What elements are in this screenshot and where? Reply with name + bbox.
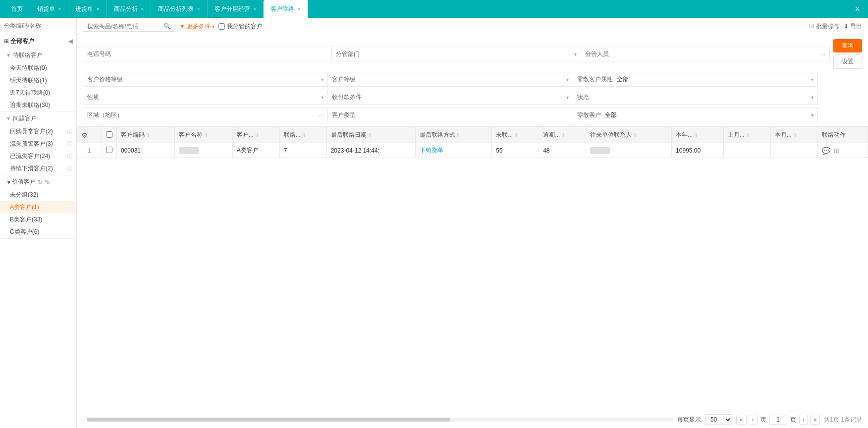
sort-icon-type[interactable]: ⇅ [255,132,259,138]
more-options-icon[interactable]: ··· [319,111,324,118]
last-page-btn[interactable]: » [810,415,820,425]
table-area: ⚙ 客户编码 ⇅ 客户名称 [77,127,868,411]
sort-icon-last-date[interactable]: ⇅ [368,132,372,138]
query-button[interactable]: 查询 [833,39,862,53]
filter-person-select[interactable]: ··· [613,51,825,57]
sort-icon-this-year[interactable]: ⇅ [694,132,698,138]
sort-icon-last-method[interactable]: ⇅ [456,132,460,138]
sort-icon-name[interactable]: ⇅ [204,132,208,138]
nav-tab-sales[interactable]: 销货单 × [30,0,68,18]
nav-tab-customer-contact[interactable]: 客户联络 × [264,0,308,18]
filter-region-select[interactable]: ··· [127,111,324,118]
nav-tab-customer-tier[interactable]: 客户分层经营 × [208,0,264,18]
refresh-icon[interactable]: ↻ [38,179,43,186]
edit-icon[interactable]: ✎ [45,178,51,186]
sidebar-item-tomorrow[interactable]: 明天待联络(1) [0,74,76,87]
th-code: 客户编码 ⇅ [117,127,175,143]
nav-tab-home[interactable]: 首页 [4,0,30,18]
filter-dept-select[interactable]: ▾ [364,52,576,57]
settings-button[interactable]: 设置 [833,54,862,69]
check-all[interactable] [106,131,112,138]
table-header: ⚙ 客户编码 ⇅ 客户名称 [77,127,868,143]
close-tab-sales[interactable]: × [58,6,61,12]
my-customers-checkbox[interactable] [218,23,225,30]
th-overdue: 逾期... ⇅ [539,127,586,143]
th-name: 客户名称 ⇅ [174,127,232,143]
sort-icon-overdue[interactable]: ⇅ [561,132,565,138]
group-header-problem[interactable]: ▼ 问题客户 [0,112,76,125]
filter-retail-select[interactable]: 全部 ▾ [605,111,814,119]
chevron-down-icon: ▾ [321,77,324,82]
sidebar-item-class-a[interactable]: A类客户(1) [0,201,76,214]
filter-customer-level-select[interactable]: ▾ [360,77,568,82]
sort-icon-unit-contact[interactable]: ⇅ [633,132,637,138]
nav-tab-analysis[interactable]: 商品分析 × [107,0,151,18]
more-filter-btn[interactable]: ▼ 更多条件 ▾ [179,22,215,31]
filter-retail-attr-select[interactable]: 全部 ▾ [617,75,814,84]
filter-status-select[interactable]: ▾ [593,95,814,100]
cell-this-year: 10995.00 [672,143,723,158]
filter-row-1: 电话号码 分管部门 ▾ 分管人员 ··· [83,39,862,69]
filter-region: 区域（地区） ··· [83,107,328,122]
all-customers-header[interactable]: ⊞ 全部客户 ◀ [0,34,76,49]
filter-price-level-select[interactable]: ▾ [127,77,324,82]
group-pending-contact: ▼ 待联络客户 今天待联络(0) 明天待联络(1) 近7天待联络(0) 逾期未联… [0,49,76,112]
sidebar-item-at-risk[interactable]: 流失预警客户(3) ⓘ [0,138,76,150]
sidebar-item-today[interactable]: 今天待联络(0) [0,62,76,74]
sort-icon-code[interactable]: ⇅ [146,132,150,138]
close-tab-customer-contact[interactable]: × [297,6,300,12]
close-tab-purchase[interactable]: × [96,6,99,12]
group-header-pending[interactable]: ▼ 待联络客户 [0,49,76,62]
info-icon-declining: ⓘ [67,165,72,172]
filter-phone-input[interactable] [115,51,327,57]
sort-icon-last-month[interactable]: ⇅ [746,132,750,138]
close-all-tabs[interactable]: × [851,4,864,14]
sidebar-item-lost[interactable]: 已流失客户(24) ⓘ [0,150,76,162]
filter-nature-select[interactable]: ▾ [103,95,324,100]
sort-icon-not-contacted[interactable]: ⇅ [514,132,518,138]
sidebar-search-input[interactable] [4,22,77,29]
sort-icon-contact-count[interactable]: ⇅ [302,132,306,138]
close-tab-analysis-list[interactable]: × [197,6,200,12]
th-this-month: 本月... ⇅ [770,127,817,143]
sort-icon-this-month[interactable]: ⇅ [793,132,797,138]
sidebar-item-abnormal[interactable]: 回购异常客户(2) ⓘ [0,125,76,138]
batch-op-icon: ☑ [809,23,814,30]
row-checkbox[interactable] [106,147,112,153]
scrollbar[interactable] [87,418,673,422]
first-page-btn[interactable]: « [736,415,747,425]
group-header-value[interactable]: ▼ 价值客户 ↻ ✎ [0,175,76,189]
expand-arrow-value: ▼ [6,179,12,186]
main-search-input[interactable] [87,23,162,30]
info-icon-lost: ⓘ [67,153,72,160]
sidebar-item-declining[interactable]: 持续下滑客户(2) ⓘ [0,162,76,175]
nav-tab-analysis-list[interactable]: 商品分析列表 × [151,0,207,18]
sidebar-item-class-b[interactable]: B类客户(33) [0,214,76,226]
next-page-btn[interactable]: › [799,415,808,425]
sidebar-item-overdue[interactable]: 逾期未联络(30) [0,99,76,111]
close-tab-analysis[interactable]: × [141,6,144,12]
nav-tab-purchase[interactable]: 进货单 × [68,0,107,18]
close-tab-customer-tier[interactable]: × [253,6,256,12]
th-action: 联络动作 [817,127,868,143]
message-icon[interactable]: 💬 [822,147,830,155]
last-method-link[interactable]: 下销货单 [420,147,443,154]
export-btn[interactable]: ⬇ 导出 [844,22,862,31]
filter-payment-select[interactable]: ▾ [366,95,568,100]
my-customers-checkbox-wrap[interactable]: 我分管的客户 [218,22,263,31]
sidebar-item-unclassified[interactable]: 未分组(32) [0,189,76,201]
bottom-bar: 每页显示 50 10 20 100 « ‹ 页 页 › » 共1页 1条记录 [77,411,868,428]
qr-icon[interactable]: ⊞ [834,147,840,155]
search-icon[interactable]: 🔍 [163,23,171,30]
page-number-input[interactable] [769,415,787,425]
more-options-icon[interactable]: ··· [820,51,825,57]
filter-customer-type: 客户类型 [327,107,573,122]
cell-check [102,143,117,158]
batch-op-btn[interactable]: ☑ 批量操作 [809,22,840,31]
prev-page-btn[interactable]: ‹ [749,415,758,425]
gear-icon[interactable]: ⚙ [81,131,88,139]
sidebar-item-class-c[interactable]: C类客户(6) [0,226,76,238]
sidebar-item-7days[interactable]: 近7天待联络(0) [0,87,76,99]
page-size-select[interactable]: 50 10 20 100 [705,414,732,425]
cell-last-month [723,143,770,158]
